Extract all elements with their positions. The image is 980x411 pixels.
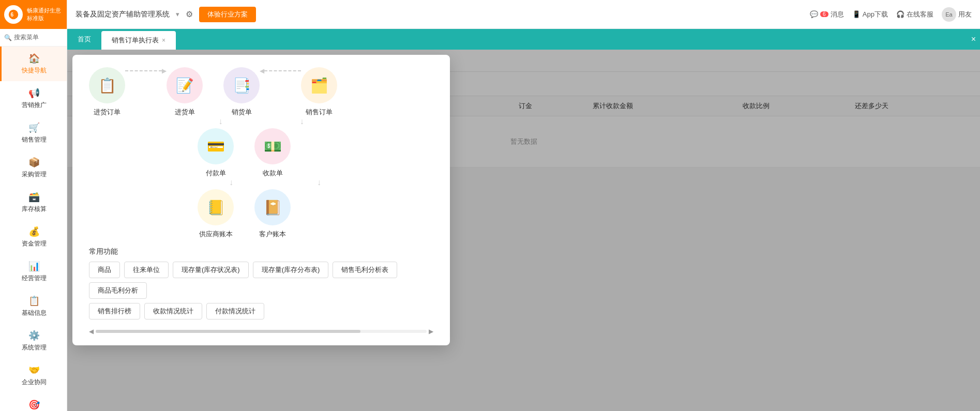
download-icon: 📱 [852, 10, 861, 18]
supplier-icon: 📒 [207, 199, 225, 216]
receipt-icon: 💵 [264, 138, 282, 155]
flow-arrows-row: ↓ ↓ [89, 117, 433, 126]
flow-node-customer[interactable]: 📔 客户账本 [254, 189, 291, 239]
finance-icon: 💰 [28, 226, 40, 237]
service-icon: 🎧 [896, 10, 904, 18]
flow-node-payment[interactable]: 💳 付款单 [198, 128, 234, 178]
message-icon: 💬 [810, 10, 818, 18]
common-btn-receipt-stats[interactable]: 收款情况统计 [144, 303, 202, 319]
message-badge: 6 [820, 11, 828, 17]
purchase-slip-icon: 📝 [176, 77, 194, 94]
common-btn-inventory-status[interactable]: 现存量(库存状况表) [173, 262, 249, 278]
flow-node-sales-order[interactable]: 🗂️ 销售订单 [301, 67, 337, 117]
arrow-down-payment: ↓ [189, 117, 251, 126]
logo-icon: 6 [4, 5, 23, 24]
newbie-icon: 🎯 [28, 399, 40, 410]
common-btn-sales-margin[interactable]: 销售毛利分析表 [333, 262, 397, 278]
modal-scrollbar[interactable]: ◀ ▶ [89, 328, 433, 335]
basic-info-icon: 📋 [28, 295, 40, 307]
sidebar: 6 畅康通好生意 标准版 🔍 搜索菜单 🏠 快捷导航 📢 营销推广 🛒 [0, 0, 67, 411]
common-btn-product[interactable]: 商品 [89, 262, 120, 278]
modal-overlay: 📋 进货订单 ▶ 📝 [67, 50, 980, 411]
sidebar-item-inventory[interactable]: 🗃️ 库存核算 [0, 185, 67, 220]
flow-row-2: 💳 付款单 💵 收款单 [89, 128, 433, 178]
flow-node-purchase-order[interactable]: 📋 进货订单 [89, 67, 125, 117]
common-btn-product-margin[interactable]: 商品毛利分析 [89, 282, 147, 299]
scroll-right-arrow[interactable]: ▶ [429, 328, 433, 335]
logo-text: 畅康通好生意 标准版 [27, 7, 61, 23]
sidebar-search[interactable]: 🔍 搜索菜单 [0, 29, 67, 47]
sidebar-item-marketing[interactable]: 📢 营销推广 [0, 81, 67, 116]
sidebar-item-newbie[interactable]: 🎯 新手引导 [0, 393, 67, 411]
common-btns-row2: 销售排行榜 收款情况统计 付款情况统计 [89, 303, 433, 319]
sidebar-item-system[interactable]: ⚙️ 系统管理 [0, 324, 67, 358]
scroll-track [96, 330, 427, 333]
sidebar-logo: 6 畅康通好生意 标准版 [0, 0, 67, 29]
customer-icon: 📔 [264, 199, 282, 216]
modal: 📋 进货订单 ▶ 📝 [72, 55, 450, 345]
payment-icon: 💳 [207, 138, 225, 155]
common-btn-sales-rank[interactable]: 销售排行榜 [89, 303, 140, 319]
flow-node-sales-slip[interactable]: 📑 销货单 [223, 67, 260, 117]
tab-bar-close-icon[interactable]: × [971, 35, 976, 44]
common-btn-counterpart[interactable]: 往来单位 [124, 262, 169, 278]
experience-btn[interactable]: 体验行业方案 [199, 7, 256, 22]
flow-arrows-row2: ↓ ↓ [89, 178, 433, 187]
scroll-left-arrow[interactable]: ◀ [89, 328, 94, 335]
scroll-thumb [96, 330, 360, 333]
search-icon: 🔍 [4, 34, 12, 41]
marketing-icon: 📢 [28, 87, 40, 99]
common-btn-payment-stats[interactable]: 付款情况统计 [206, 303, 264, 319]
flow-node-purchase-slip[interactable]: 📝 进货单 [167, 67, 203, 117]
receipt-circle: 💵 [254, 128, 291, 164]
main-area: 装备及固定资产辅助管理系统 ▾ ⚙ 体验行业方案 💬 6 消息 📱 App下载 … [67, 0, 980, 411]
system-title: 装备及固定资产辅助管理系统 [76, 10, 170, 19]
sidebar-item-purchase[interactable]: 📦 采购管理 [0, 150, 67, 185]
arrow-down-receipt: ↓ [271, 117, 333, 126]
sidebar-item-quick-nav[interactable]: 🏠 快捷导航 [0, 47, 67, 81]
sales-slip-circle: 📑 [223, 67, 260, 103]
purchase-order-circle: 📋 [89, 67, 125, 103]
topbar: 装备及固定资产辅助管理系统 ▾ ⚙ 体验行业方案 💬 6 消息 📱 App下载 … [67, 0, 980, 29]
sidebar-item-enterprise[interactable]: 🤝 企业协同 [0, 358, 67, 393]
message-item[interactable]: 💬 6 消息 [810, 10, 844, 19]
app-download-item[interactable]: 📱 App下载 [852, 10, 888, 19]
sales-slip-icon: 📑 [233, 77, 251, 94]
flow-row-1: 📋 进货订单 ▶ 📝 [89, 67, 433, 117]
common-btn-inventory-dist[interactable]: 现存量(库存分布表) [253, 262, 329, 278]
flow-row-3: 📒 供应商账本 📔 客户账本 [89, 189, 433, 239]
topbar-right: 💬 6 消息 📱 App下载 🎧 在线客服 Ea 用友 [810, 7, 972, 22]
common-functions-title: 常用功能 [89, 247, 433, 256]
sales-icon: 🛒 [28, 122, 40, 133]
online-service-item[interactable]: 🎧 在线客服 [896, 10, 933, 19]
arrow-down-customer: ↓ [285, 178, 353, 187]
tab-bar: 首页 销售订单执行表 × × [67, 29, 980, 50]
flow-node-supplier[interactable]: 📒 供应商账本 [198, 189, 234, 239]
common-functions: 常用功能 商品 往来单位 现存量(库存状况表) 现存量(库存分布表) 销售毛利分… [89, 247, 433, 319]
chevron-down-icon[interactable]: ▾ [176, 10, 179, 18]
enterprise-icon: 🤝 [28, 364, 40, 376]
arrow-purchase-to-slip: ▶ [125, 67, 167, 89]
inventory-icon: 🗃️ [28, 191, 40, 203]
user-item[interactable]: Ea 用友 [942, 7, 972, 22]
flow-node-receipt[interactable]: 💵 收款单 [254, 128, 291, 178]
sidebar-item-finance[interactable]: 💰 资金管理 [0, 220, 67, 254]
tab-home[interactable]: 首页 [67, 29, 101, 50]
customer-circle: 📔 [254, 189, 291, 225]
purchase-order-icon: 📋 [98, 77, 116, 94]
sidebar-item-management[interactable]: 📊 经营管理 [0, 254, 67, 289]
tab-close-icon[interactable]: × [162, 37, 165, 44]
settings-icon[interactable]: ⚙ [186, 9, 193, 19]
avatar: Ea [942, 7, 956, 22]
tab-sales-order[interactable]: 销售订单执行表 × [101, 31, 176, 50]
sidebar-item-sales[interactable]: 🛒 销售管理 [0, 116, 67, 150]
common-btns-row1: 商品 往来单位 现存量(库存状况表) 现存量(库存分布表) 销售毛利分析表 商品… [89, 262, 433, 299]
purchase-icon: 📦 [28, 157, 40, 168]
management-icon: 📊 [28, 261, 40, 272]
svg-text:6: 6 [11, 12, 14, 18]
content-area: ❓ 帮助 🖨️ 按模板打印 ▾ ⬆️ 导出 🔄 刷新 [67, 50, 980, 411]
home-icon: 🏠 [28, 53, 40, 64]
arrow-sales-order-to-slip: ◀ [260, 67, 301, 89]
sidebar-nav: 🏠 快捷导航 📢 营销推广 🛒 销售管理 📦 采购管理 🗃️ 库存核算 💰 [0, 47, 67, 411]
sidebar-item-basic-info[interactable]: 📋 基础信息 [0, 289, 67, 324]
